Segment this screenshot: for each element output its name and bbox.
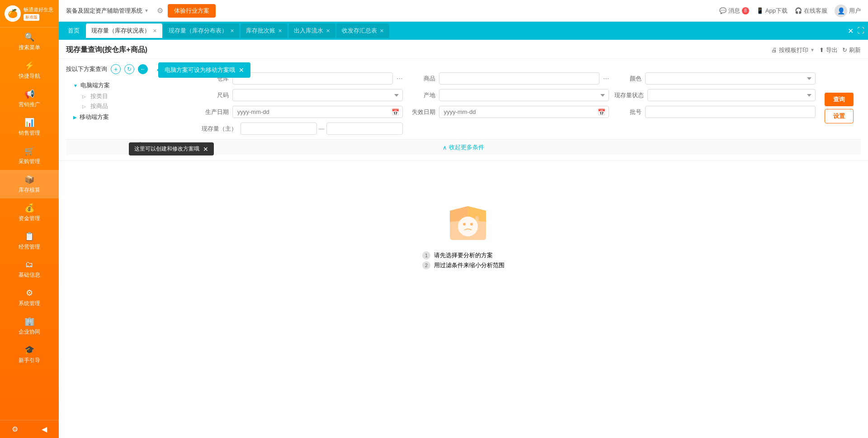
color-select[interactable] — [645, 72, 816, 85]
expand-tab-icon[interactable]: ⛶ — [857, 27, 864, 35]
tab-close-inventory-status[interactable]: ✕ — [153, 28, 157, 34]
header-settings-icon[interactable]: ⚙ — [157, 6, 163, 15]
headset-icon: 🎧 — [795, 7, 802, 14]
basic-icon: 🗂 — [25, 260, 33, 269]
logo-text: 畅通道好生意 标准版 — [24, 6, 53, 20]
export-button[interactable]: ⬆ 导出 — [819, 46, 838, 54]
enterprise-icon: 🏢 — [24, 316, 34, 326]
top-header: 装备及固定资产辅助管理系统 ▼ ⚙ 体验行业方案 💬 消息 8 📱 App下载 … — [59, 0, 868, 22]
tab-in-out-flow[interactable]: 出入库流水 ✕ — [288, 24, 335, 38]
stock-quantity-range: — — [241, 122, 403, 135]
sidebar-item-enterprise[interactable]: 🏢 企业协同 — [0, 312, 59, 340]
search-menu-icon: 🔍 — [24, 32, 34, 42]
trial-button[interactable]: 体验行业方案 — [168, 4, 216, 18]
filter-production-date: 生产日期 📅 — [202, 106, 403, 118]
empty-step-2: 2 用过滤条件来缩小分析范围 — [422, 261, 505, 269]
logo-icon: 🍊 — [5, 5, 21, 22]
user-profile[interactable]: 👤 用户 — [835, 5, 861, 17]
svg-point-4 — [463, 223, 466, 226]
sidebar-item-purchase[interactable]: 🛒 采购管理 — [0, 141, 59, 170]
sidebar-item-basic[interactable]: 🗂 基础信息 — [0, 255, 59, 283]
user-name-label: 用户 — [849, 7, 861, 15]
edit-tooltip: 这里可以创建和修改方案哦 ✕ — [129, 142, 214, 155]
sidebar-item-quick-nav[interactable]: ⚡ 快捷导航 — [0, 56, 59, 85]
empty-illustration — [441, 197, 486, 242]
sidebar-item-system[interactable]: ⚙ 系统管理 — [0, 283, 59, 312]
tab-home[interactable]: 首页 — [62, 24, 85, 38]
export-icon: ⬆ — [819, 47, 824, 53]
message-badge: 8 — [742, 7, 749, 14]
sidebar-item-marketing[interactable]: 📢 营销推广 — [0, 85, 59, 113]
app-download-action[interactable]: 📱 App下载 — [756, 7, 788, 15]
online-support-action[interactable]: 🎧 在线客服 — [795, 7, 827, 15]
warehouse-more-icon[interactable]: ··· — [396, 75, 402, 83]
tab-close-receive-summary[interactable]: ✕ — [380, 28, 384, 34]
production-date-start-input[interactable] — [232, 106, 403, 118]
empty-steps-container: 1 请先选择要分析的方案 2 用过滤条件来缩小分析范围 — [422, 250, 505, 271]
calendar-icon: 📅 — [392, 108, 399, 116]
tab-close-batch-account[interactable]: ✕ — [278, 28, 282, 34]
expiry-calendar-icon: 📅 — [598, 108, 605, 116]
scheme-tooltip-text: 电脑方案可设为移动方案哦 — [165, 66, 235, 74]
content-area: 现存量查询(按仓库+商品) 🖨 按模板打印 ▼ ⬆ 导出 ↻ 刷新 — [59, 40, 868, 438]
empty-state: 1 请先选择要分析的方案 2 用过滤条件来缩小分析范围 — [59, 161, 868, 307]
sidebar: 🍊 畅通道好生意 标准版 🔍 搜索菜单 ⚡ 快捷导航 📢 营销推广 📊 销售管理… — [0, 0, 59, 438]
search-button[interactable]: 查询 — [825, 93, 854, 106]
tab-close-inventory-distribution[interactable]: ✕ — [230, 28, 234, 34]
sidebar-item-sales[interactable]: 📊 销售管理 — [0, 113, 59, 141]
step-1-number: 1 — [422, 251, 430, 259]
operations-icon: 📋 — [24, 231, 34, 241]
message-icon: 💬 — [719, 7, 726, 14]
sidebar-item-search-menu[interactable]: 🔍 搜索菜单 — [0, 28, 59, 56]
sidebar-settings-icon[interactable]: ⚙ — [12, 425, 18, 433]
stock-quantity-max-input[interactable] — [326, 122, 403, 135]
refresh-button[interactable]: ↻ 刷新 — [842, 46, 861, 54]
size-select[interactable] — [232, 89, 403, 101]
phone-icon: 📱 — [756, 7, 764, 14]
product-more-icon[interactable]: ··· — [603, 75, 609, 83]
stock-quantity-min-input[interactable] — [241, 122, 317, 135]
filter-origin: 产地 — [408, 89, 609, 101]
tabs-bar: 首页 现存量（库存状况表） ✕ 现存量（库存分布表） ✕ 库存批次账 ✕ 出入库… — [59, 22, 868, 40]
origin-select[interactable] — [439, 89, 609, 101]
sidebar-collapse-icon[interactable]: ◀ — [42, 425, 47, 433]
tab-batch-account[interactable]: 库存批次账 ✕ — [241, 24, 288, 38]
sidebar-item-finance[interactable]: 💰 资金管理 — [0, 198, 59, 227]
guide-icon: 🎓 — [24, 345, 34, 355]
sales-icon: 📊 — [24, 118, 34, 127]
tab-inventory-status[interactable]: 现存量（库存状况表） ✕ — [86, 24, 162, 38]
expiry-date-start-input[interactable] — [439, 106, 609, 118]
refresh-icon: ↻ — [842, 47, 847, 53]
step-2-number: 2 — [422, 261, 430, 269]
settings-filter-button[interactable]: 设置 — [825, 109, 854, 123]
sidebar-item-guide[interactable]: 🎓 新手引导 — [0, 340, 59, 369]
chevron-down-icon: ▼ — [144, 8, 149, 13]
filter-row-3: 生产日期 📅 失效日期 📅 批号 — [202, 106, 861, 118]
range-separator: — — [319, 125, 325, 132]
message-action[interactable]: 💬 消息 8 — [719, 7, 749, 15]
edit-tooltip-close-icon[interactable]: ✕ — [203, 146, 208, 153]
filter-expiry-date: 失效日期 📅 — [408, 106, 609, 118]
sidebar-item-inventory[interactable]: 📦 库存核算 — [0, 170, 59, 198]
tabs-right-actions: ✕ ⛶ — [848, 27, 864, 35]
product-input[interactable] — [439, 72, 599, 85]
warehouse-input[interactable] — [232, 72, 393, 85]
batch-no-input[interactable] — [645, 106, 816, 118]
sidebar-item-operations[interactable]: 📋 经营管理 — [0, 227, 59, 255]
system-name-selector[interactable]: 装备及固定资产辅助管理系统 ▼ — [66, 7, 149, 15]
print-icon: 🖨 — [771, 47, 777, 53]
tab-close-in-out-flow[interactable]: ✕ — [326, 28, 330, 34]
close-all-tabs-icon[interactable]: ✕ — [848, 27, 854, 35]
tab-receive-summary[interactable]: 收发存汇总表 ✕ — [336, 24, 389, 38]
collapse-up-icon: ∧ — [443, 144, 447, 151]
expiry-date-start-wrap: 📅 — [439, 106, 609, 118]
template-print-button[interactable]: 🖨 按模板打印 ▼ — [771, 46, 815, 54]
system-icon: ⚙ — [26, 288, 33, 298]
search-button-group: 查询 设置 — [825, 93, 854, 123]
tab-inventory-distribution[interactable]: 现存量（库存分布表） ✕ — [163, 24, 240, 38]
scheme-tooltip: 电脑方案可设为移动方案哦 ✕ — [158, 62, 250, 78]
scheme-tooltip-close-icon[interactable]: ✕ — [239, 66, 244, 74]
filter-stock-quantity: 现存量（主） — — [202, 122, 403, 135]
stock-status-select[interactable] — [647, 89, 816, 101]
filter-row-1: 仓库 ··· 商品 ··· 颜色 — [202, 72, 861, 85]
